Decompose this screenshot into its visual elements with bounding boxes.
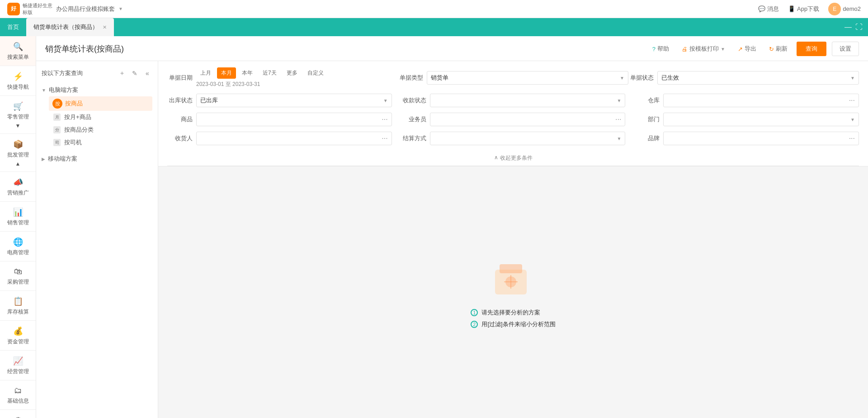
receiver-input[interactable]: ··· bbox=[196, 132, 392, 145]
empty-state: 1 请先选择要分析的方案 2 用[过滤]条件来缩小分析范围 bbox=[158, 166, 868, 418]
collapse-scheme-btn[interactable]: « bbox=[142, 68, 152, 78]
system-icon: ⚙ bbox=[14, 415, 22, 418]
product-input[interactable]: ··· bbox=[196, 113, 392, 126]
tab-close-icon[interactable]: ✕ bbox=[103, 24, 107, 30]
department-label: 部门 bbox=[634, 115, 660, 124]
edit-scheme-btn[interactable]: ✎ bbox=[130, 68, 140, 78]
print-btn[interactable]: 🖨 按模板打印 ▼ bbox=[678, 43, 729, 55]
sidebar-item-marketing[interactable]: 📣 营销推广 bbox=[0, 172, 36, 202]
date-btn-7days[interactable]: 近7天 bbox=[259, 67, 281, 79]
add-scheme-btn[interactable]: ＋ bbox=[117, 68, 127, 78]
sidebar-item-quick-nav[interactable]: ⚡ 快捷导航 bbox=[0, 66, 36, 96]
sidebar-item-purchase[interactable]: 🛍 采购管理 bbox=[0, 261, 36, 291]
sidebar-item-basic[interactable]: 🗂 基础信息 bbox=[0, 380, 36, 410]
brand-dots-icon[interactable]: ··· bbox=[849, 134, 855, 142]
scheme-item-by-month-product[interactable]: 月 按月+商品 bbox=[49, 111, 152, 124]
tab-minimize-icon[interactable]: — bbox=[844, 23, 852, 31]
page-title: 销货单统计表(按商品) bbox=[45, 43, 124, 54]
sidebar-item-system[interactable]: ⚙ 系统管理 bbox=[0, 410, 36, 418]
brand-label: 品牌 bbox=[634, 134, 660, 142]
app-download-action[interactable]: 📱 App下载 bbox=[788, 5, 819, 13]
tabbar: 首页 销货单统计表（按商品） ✕ — ⛶ bbox=[0, 18, 868, 36]
sidebar-item-ecommerce[interactable]: 🌐 电商管理 bbox=[0, 232, 36, 261]
salesperson-input[interactable]: ··· bbox=[430, 113, 626, 126]
out-status-input[interactable]: 已出库 ▼ bbox=[196, 94, 392, 107]
scheme-category-pc-header[interactable]: ▼ 电脑端方案 bbox=[40, 84, 152, 96]
date-btn-last-month[interactable]: 上月 bbox=[196, 67, 215, 79]
ecommerce-icon: 🌐 bbox=[13, 237, 23, 247]
warehouse-label: 仓库 bbox=[634, 96, 660, 104]
type-dropdown-icon[interactable]: ▼ bbox=[620, 76, 624, 81]
empty-hint-1: 1 请先选择要分析的方案 bbox=[471, 309, 555, 317]
department-dropdown-icon[interactable]: ▼ bbox=[850, 117, 855, 122]
inventory-icon: 📋 bbox=[13, 296, 23, 306]
export-btn[interactable]: ↗ 导出 bbox=[734, 43, 760, 55]
scheme-item-by-driver[interactable]: 司 按司机 bbox=[49, 136, 152, 149]
salesperson-dots-icon[interactable]: ··· bbox=[615, 115, 621, 124]
app-title-dropdown[interactable]: ▼ bbox=[118, 6, 123, 11]
svg-rect-1 bbox=[500, 264, 522, 273]
status-input[interactable]: 已生效 ▼ bbox=[657, 71, 859, 85]
empty-svg bbox=[486, 256, 540, 301]
filter-row-2: 出库状态 已出库 ▼ 收款状态 ▼ bbox=[167, 94, 859, 107]
filter-type: 单据类型 销货单 ▼ bbox=[398, 71, 628, 85]
receiver-dots-icon[interactable]: ··· bbox=[382, 134, 387, 142]
type-input[interactable]: 销货单 ▼ bbox=[427, 71, 628, 85]
reset-button[interactable]: 设置 bbox=[832, 42, 859, 56]
export-icon: ↗ bbox=[738, 46, 743, 52]
sidebar-item-operations[interactable]: 📈 经营管理 bbox=[0, 351, 36, 380]
date-btn-custom[interactable]: 自定义 bbox=[303, 67, 328, 79]
tab-home[interactable]: 首页 bbox=[0, 18, 26, 36]
filter-brand: 品牌 ··· bbox=[634, 132, 859, 145]
sidebar-item-retail[interactable]: 🛒 零售管理 ▼ bbox=[0, 96, 36, 134]
date-btn-this-month[interactable]: 本月 bbox=[217, 67, 236, 79]
query-button[interactable]: 查询 bbox=[797, 42, 826, 56]
retail-expand-icon: ▼ bbox=[15, 123, 21, 129]
sidebar-item-wholesale[interactable]: 📦 批发管理 ▲ bbox=[0, 134, 36, 172]
receipt-status-input[interactable]: ▼ bbox=[430, 94, 626, 107]
help-btn[interactable]: ? 帮助 bbox=[649, 43, 673, 55]
topbar-right: 💬 消息 📱 App下载 E demo2 bbox=[758, 3, 861, 15]
out-status-dropdown-icon[interactable]: ▼ bbox=[383, 98, 388, 103]
department-input[interactable]: ▼ bbox=[663, 113, 859, 126]
scheme-category-pc: ▼ 电脑端方案 按 按商品 月 按月+商品 bbox=[36, 82, 158, 151]
warehouse-dots-icon[interactable]: ··· bbox=[849, 96, 855, 104]
brand-input[interactable]: ··· bbox=[663, 132, 859, 145]
scheme-item-by-category[interactable]: 分 按商品分类 bbox=[49, 124, 152, 136]
category-icon: 分 bbox=[52, 126, 61, 133]
payment-dropdown-icon[interactable]: ▼ bbox=[617, 136, 621, 141]
print-dropdown-icon[interactable]: ▼ bbox=[721, 47, 725, 52]
collapse-btn[interactable]: ∧ 收起更多条件 bbox=[167, 151, 859, 166]
tabbar-actions: — ⛶ bbox=[844, 23, 868, 31]
tab-expand-icon[interactable]: ⛶ bbox=[855, 23, 863, 31]
status-label: 单据状态 bbox=[628, 74, 654, 82]
app-title: 办公用品行业模拟账套 bbox=[56, 5, 115, 13]
receipt-status-dropdown-icon[interactable]: ▼ bbox=[617, 98, 621, 103]
filter-date: 单据日期 上月 本月 本年 近7天 更多 自定义 20 bbox=[167, 67, 398, 88]
scheme-category-mobile-header[interactable]: ▶ 移动端方案 bbox=[40, 152, 152, 165]
refresh-btn[interactable]: ↻ 刷新 bbox=[765, 43, 791, 55]
warehouse-input[interactable]: ··· bbox=[663, 94, 859, 107]
sidebar-item-inventory[interactable]: 📋 库存核算 bbox=[0, 291, 36, 321]
out-status-label: 出库状态 bbox=[167, 96, 193, 104]
scheme-panel-header: 按以下方案查询 ＋ ✎ « bbox=[36, 65, 158, 82]
sidebar-item-finance[interactable]: 💰 资金管理 bbox=[0, 321, 36, 351]
search-icon: 🔍 bbox=[13, 42, 23, 52]
page-header: 销货单统计表(按商品) ? 帮助 🖨 按模板打印 ▼ ↗ 导出 ↻ 刷新 bbox=[36, 36, 868, 61]
sidebar-item-sales[interactable]: 📊 销售管理 bbox=[0, 202, 36, 232]
date-btn-this-year[interactable]: 本年 bbox=[238, 67, 257, 79]
scheme-item-by-product[interactable]: 按 按商品 bbox=[49, 96, 152, 111]
user-area[interactable]: E demo2 bbox=[828, 3, 861, 15]
date-btn-more[interactable]: 更多 bbox=[283, 67, 302, 79]
message-action[interactable]: 💬 消息 bbox=[758, 5, 779, 13]
product-dots-icon[interactable]: ··· bbox=[382, 115, 387, 124]
print-icon: 🖨 bbox=[682, 46, 688, 52]
status-dropdown-icon[interactable]: ▼ bbox=[850, 76, 855, 81]
tab-sales-stat[interactable]: 销货单统计表（按商品） ✕ bbox=[26, 18, 114, 36]
date-label: 单据日期 bbox=[167, 74, 193, 82]
filter-payment: 结算方式 ▼ bbox=[401, 132, 626, 145]
payment-input[interactable]: ▼ bbox=[430, 132, 626, 145]
sales-icon: 📊 bbox=[13, 207, 23, 217]
sidebar-item-search[interactable]: 🔍 搜索菜单 bbox=[0, 36, 36, 66]
refresh-icon: ↻ bbox=[769, 46, 774, 52]
